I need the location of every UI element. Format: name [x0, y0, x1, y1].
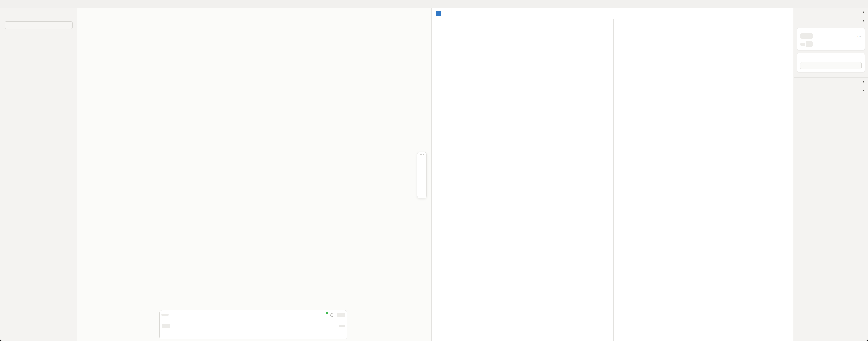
section-changes[interactable] — [794, 8, 868, 17]
todos-status-icon[interactable] — [323, 313, 327, 317]
diff-split-view — [432, 20, 793, 341]
diff-header-right — [774, 11, 789, 16]
send-button[interactable] — [339, 325, 345, 327]
git-branch-icon — [800, 56, 804, 60]
view-archive-button[interactable] — [0, 330, 77, 341]
chevron-down-icon[interactable] — [786, 12, 789, 15]
git-section-body: ⋯ — [794, 25, 868, 78]
working-branch-input[interactable] — [800, 62, 862, 69]
diff-panel — [432, 8, 793, 341]
drag-handle[interactable] — [420, 154, 424, 155]
ahead-indicator — [849, 35, 852, 38]
app-window: ⋯ — [0, 0, 868, 341]
composer-status-bar — [160, 310, 347, 319]
pencil-icon[interactable] — [856, 64, 859, 67]
paperclip-icon[interactable] — [174, 324, 178, 328]
version-dropdown[interactable] — [337, 313, 345, 317]
branch-selector[interactable] — [800, 33, 813, 39]
right-panel: ⋯ — [794, 8, 868, 341]
diff-old-column — [432, 20, 613, 341]
message-input[interactable] — [160, 319, 347, 322]
caret-right-icon — [863, 11, 864, 13]
caret-down-icon — [862, 90, 864, 91]
caret-right-icon — [863, 81, 864, 83]
title-bar — [0, 0, 868, 8]
z-slash-icon[interactable] — [420, 161, 424, 165]
chat-panel — [78, 8, 432, 341]
pen-icon[interactable] — [181, 324, 185, 328]
spinner-icon — [330, 313, 334, 317]
files-changed-chip[interactable] — [161, 314, 168, 316]
working-branch-card — [797, 53, 865, 72]
section-terminal[interactable] — [794, 78, 868, 86]
chevron-down-icon — [165, 325, 168, 327]
diff-file-header — [432, 8, 793, 20]
pr-dropdown-button[interactable] — [806, 41, 813, 47]
diff-new-column — [613, 20, 794, 341]
model-dropdown[interactable] — [162, 324, 170, 328]
section-notes[interactable] — [794, 86, 868, 95]
expand-icon[interactable] — [857, 81, 860, 84]
open-pull-request-button[interactable] — [800, 43, 805, 46]
git-branch-icon — [802, 34, 805, 38]
status-dot — [326, 312, 328, 314]
git-fork-icon[interactable] — [420, 192, 424, 196]
chevron-down-icon — [809, 35, 811, 37]
play-icon[interactable] — [420, 178, 424, 182]
sparkle-icon[interactable] — [316, 313, 320, 317]
notes-input[interactable] — [794, 95, 868, 101]
workspaces-sidebar — [0, 8, 78, 341]
chat-transcript — [159, 8, 347, 310]
repo-more-button[interactable]: ⋯ — [857, 34, 862, 38]
arrow-up-icon — [849, 35, 852, 38]
typescript-file-icon — [436, 11, 441, 17]
chevron-down-icon — [808, 43, 811, 45]
chevron-down-icon — [340, 314, 343, 316]
floating-toolbar — [417, 152, 427, 198]
composer-status-icons — [316, 313, 345, 317]
caret-down-icon — [862, 20, 864, 22]
z-slash-icon[interactable] — [779, 11, 783, 16]
attachment-icons — [174, 324, 185, 328]
search-input[interactable] — [5, 21, 73, 29]
monitor-icon[interactable] — [420, 185, 424, 189]
composer-bottom-bar — [160, 322, 347, 328]
archive-box-icon — [5, 334, 9, 338]
workspaces-header — [0, 8, 77, 18]
repo-card: ⋯ — [797, 28, 865, 50]
message-composer — [159, 310, 347, 339]
copy-icon[interactable] — [420, 168, 424, 172]
section-git[interactable] — [794, 17, 868, 25]
